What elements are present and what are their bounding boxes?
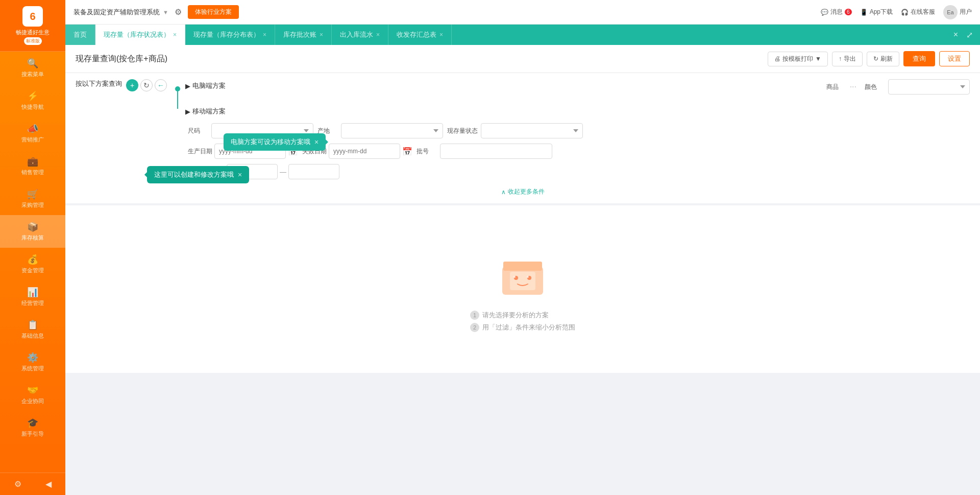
sidebar-item-label: 库存核算: [21, 234, 44, 242]
guide-icon: 🎓: [27, 417, 38, 429]
search-icon: 🔍: [27, 58, 38, 69]
scheme-desktop-label: 电脑端方案: [192, 81, 226, 90]
filter-color-label: 颜色: [865, 83, 885, 91]
tooltip-desktop-scheme: 电脑方案可设为移动方案哦 ×: [224, 133, 326, 151]
filter-color-select[interactable]: [888, 79, 970, 95]
topbar: 装备及固定资产辅助管理系统 ▼ ⚙ 体验行业方案 💬 消息 6 📱 App下载 …: [65, 0, 980, 25]
sidebar-item-inventory[interactable]: 📦 库存核算: [0, 215, 65, 248]
tooltip1-text: 电脑方案可设为移动方案哦: [231, 137, 310, 147]
refresh-icon: ↻: [873, 55, 878, 62]
page-actions: 🖨 按模板打印 ▼ ↑ 导出 ↻ 刷新 查询 设置: [768, 51, 970, 66]
tab-batch-account-label: 库存批次账: [283, 30, 316, 39]
empty-tip-1: 1 请先选择要分析的方案: [470, 311, 575, 320]
sidebar-item-enterprise[interactable]: 🤝 企业协同: [0, 379, 65, 411]
back-scheme-btn[interactable]: ←: [155, 79, 167, 91]
tab-in-out-flow[interactable]: 出入库流水 ×: [332, 25, 388, 45]
tab-in-out-flow-label: 出入库流水: [340, 30, 373, 39]
sidebar-item-marketing[interactable]: 📣 营销推广: [0, 117, 65, 150]
refresh-btn[interactable]: ↻ 刷新: [867, 52, 899, 66]
sidebar-item-search[interactable]: 🔍 搜索菜单: [0, 52, 65, 84]
filter-item-color: 颜色: [865, 79, 970, 95]
tab-inventory-status[interactable]: 现存量（库存状况表） ×: [95, 25, 185, 45]
sidebar-item-sales[interactable]: 💼 销售管理: [0, 150, 65, 182]
settings-bottom-btn[interactable]: ⚙: [12, 477, 23, 491]
topbar-system: 装备及固定资产辅助管理系统 ▼: [74, 8, 168, 17]
filter-area: 按以下方案查询 + ↻ ← ▶ 电脑端方案: [65, 73, 980, 203]
settings-icon[interactable]: ⚙: [175, 7, 182, 17]
phone-icon: 📱: [860, 9, 868, 16]
app-download-btn[interactable]: 📱 App下载: [860, 8, 893, 16]
logo-char: 6: [30, 11, 35, 22]
collapse-sidebar-btn[interactable]: ◀: [43, 477, 54, 491]
online-service-btn[interactable]: 🎧 在线客服: [901, 8, 935, 16]
sidebar-item-finance[interactable]: 💰 资金管理: [0, 248, 65, 280]
tab-inventory-status-close[interactable]: ×: [173, 31, 177, 38]
export-btn[interactable]: ↑ 导出: [832, 52, 863, 66]
filter-item-goods: 商品 ···: [826, 82, 856, 91]
scheme-item-mobile[interactable]: ▶ 移动端方案: [185, 107, 226, 116]
tab-batch-account[interactable]: 库存批次账 ×: [275, 25, 332, 45]
sidebar-item-basic[interactable]: 📋 基础信息: [0, 313, 65, 346]
refresh-scheme-btn[interactable]: ↻: [140, 79, 153, 91]
tab-home[interactable]: 首页: [65, 25, 95, 45]
tab-receive-summary[interactable]: 收发存汇总表 ×: [388, 25, 452, 45]
message-btn[interactable]: 💬 消息 6: [821, 8, 852, 16]
user-info[interactable]: Ea 用户: [943, 5, 972, 19]
logo-badge: 标准版: [24, 37, 42, 45]
collapse-label: 收起更多条件: [508, 187, 545, 196]
add-scheme-btn[interactable]: +: [126, 79, 138, 91]
sidebar-item-label: 快捷导航: [21, 103, 44, 111]
marketing-icon: 📣: [27, 123, 38, 134]
filter-stock-qty-sep: —: [280, 168, 286, 176]
filter-item-stock-status: 现存量状态: [447, 123, 583, 138]
sidebar-item-purchase[interactable]: 🛒 采购管理: [0, 182, 65, 215]
collapse-btn[interactable]: ∧ 收起更多条件: [76, 184, 970, 199]
tooltip1-close[interactable]: ×: [314, 138, 318, 146]
tab-in-out-flow-close[interactable]: ×: [376, 31, 380, 38]
sidebar-item-label: 基础信息: [21, 332, 44, 340]
tab-inventory-status-label: 现存量（库存状况表）: [104, 30, 170, 39]
filter-goods-label: 商品: [826, 83, 847, 91]
query-btn[interactable]: 查询: [903, 51, 935, 66]
filter-batch-input[interactable]: [440, 144, 552, 159]
sidebar-item-label: 资金管理: [21, 267, 44, 274]
system-dropdown-icon[interactable]: ▼: [163, 9, 168, 15]
tab-close-all-btn[interactable]: ×: [950, 28, 961, 41]
sidebar-item-guide[interactable]: 🎓 新手引导: [0, 411, 65, 444]
tab-maximize-btn[interactable]: ⤢: [963, 28, 976, 42]
tabbar: 首页 现存量（库存状况表） × 现存量（库存分布表） × 库存批次账 × 出入库…: [65, 25, 980, 45]
trial-button[interactable]: 体验行业方案: [188, 5, 239, 19]
sidebar-item-system[interactable]: ⚙️ 系统管理: [0, 346, 65, 379]
logo-icon: 6: [22, 6, 43, 27]
sidebar-item-operations[interactable]: 📊 经营管理: [0, 280, 65, 313]
tab-receive-summary-close[interactable]: ×: [439, 31, 443, 38]
reset-btn[interactable]: 设置: [939, 51, 970, 66]
print-label: 按模板打印: [782, 55, 813, 63]
system-name: 装备及固定资产辅助管理系统: [74, 8, 160, 17]
avatar-text: Ea: [947, 9, 953, 15]
tooltip2-close[interactable]: ×: [238, 171, 242, 179]
filter-exp-date-input[interactable]: [329, 144, 400, 159]
filter-goods-dots: ···: [850, 82, 856, 91]
online-service-label: 在线客服: [911, 8, 935, 16]
message-icon: 💬: [821, 9, 828, 16]
sidebar-item-quicknav[interactable]: ⚡ 快捷导航: [0, 84, 65, 117]
sidebar-logo: 6 畅捷通好生意 标准版: [0, 0, 65, 52]
scheme-item-desktop[interactable]: ▶ 电脑端方案: [185, 81, 226, 90]
print-btn[interactable]: 🖨 按模板打印 ▼: [768, 52, 828, 66]
tab-batch-account-close[interactable]: ×: [320, 31, 323, 38]
sidebar-nav: 🔍 搜索菜单 ⚡ 快捷导航 📣 营销推广 💼 销售管理 🛒 采购管理 📦 库存核…: [0, 52, 65, 473]
tab-inventory-dist-close[interactable]: ×: [263, 31, 266, 38]
tab-inventory-dist[interactable]: 现存量（库存分布表） ×: [185, 25, 275, 45]
app-download-label: App下载: [870, 8, 893, 16]
filter-stock-status-select[interactable]: [481, 123, 583, 138]
filter-stock-qty-max[interactable]: [288, 164, 339, 179]
print-icon: 🖨: [774, 55, 780, 62]
exp-date-calendar-icon[interactable]: 📅: [402, 147, 412, 156]
empty-state: 1 请先选择要分析的方案 2 用「过滤」条件来缩小分析范围: [65, 205, 980, 373]
filter-origin-select[interactable]: [341, 123, 443, 138]
logo-text: 畅捷通好生意: [16, 29, 50, 36]
tab-inventory-dist-label: 现存量（库存分布表）: [193, 30, 260, 39]
finance-icon: 💰: [27, 254, 38, 265]
user-label: 用户: [960, 8, 972, 16]
